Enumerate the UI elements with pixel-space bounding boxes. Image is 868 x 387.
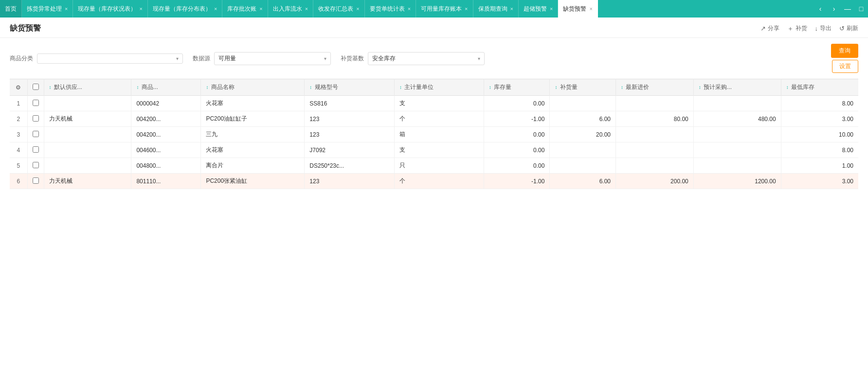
table-row: 1 0000042 火花塞 SS816 支 0.00 8.00 [10, 96, 858, 111]
col-checkbox [27, 79, 44, 96]
tab-overstock-warning[interactable]: 超储预警× [519, 0, 558, 18]
col-settings: ⚙ [10, 79, 27, 96]
tab-receive-summary[interactable]: 收发存汇总表× [313, 0, 364, 18]
replenish-qty-cell: 20.00 [550, 127, 616, 142]
datasource-value: 可用量 [218, 54, 236, 63]
product-name-cell: 三九 [201, 127, 305, 142]
export-button[interactable]: ↓ 导出 [815, 24, 832, 33]
row-checkbox[interactable] [33, 115, 39, 122]
col-product-code: ↕ 商品... [131, 79, 201, 96]
stock-qty-cell: 0.00 [484, 142, 550, 158]
product-name-cell: PC200张紧油缸 [201, 174, 305, 189]
tab-label: 出入库流水 [273, 5, 302, 13]
row-checkbox[interactable] [33, 131, 39, 137]
replenish-qty-cell [550, 158, 616, 174]
replenish-base-filter-group: 补货基数 安全库存 ▾ [341, 52, 485, 65]
tab-prev-button[interactable]: ‹ [814, 0, 827, 18]
table-row: 3 004200... 三九 123 箱 0.00 20.00 10.00 [10, 127, 858, 142]
replenish-button[interactable]: ＋ 补货 [787, 24, 807, 33]
datasource-select[interactable]: 可用量 ▾ [214, 52, 331, 65]
gear-icon[interactable]: ⚙ [16, 84, 21, 91]
sort-min-stock-icon: ↕ [786, 85, 789, 90]
min-stock-cell: 3.00 [781, 174, 858, 189]
tab-expiry-query[interactable]: 保质期查询× [473, 0, 519, 18]
tab-defect-handling[interactable]: 拣货异常处理× [22, 0, 73, 18]
replenish-qty-cell [550, 142, 616, 158]
row-checkbox[interactable] [33, 146, 39, 153]
min-stock-cell: 10.00 [781, 127, 858, 142]
est-purchase-cell: 480.00 [693, 111, 781, 127]
tab-close-icon[interactable]: × [214, 6, 217, 12]
product-name-cell: 火花塞 [201, 142, 305, 158]
spec-cell: J7092 [305, 142, 395, 158]
spec-cell: DS250*23c... [305, 158, 395, 174]
col-stock-qty-label: 库存量 [494, 84, 511, 90]
tab-stock-dist[interactable]: 现存量（库存分布表）× [148, 0, 222, 18]
product-code-cell: 004200... [131, 127, 201, 142]
share-button[interactable]: ↗ 分享 [760, 24, 779, 33]
table-row: 5 004800... 离合片 DS250*23c... 只 0.00 1.00 [10, 158, 858, 174]
supplier-cell: 力天机械 [44, 111, 131, 127]
refresh-button[interactable]: ↺ 刷新 [839, 24, 858, 33]
row-checkbox[interactable] [33, 162, 39, 168]
data-table: ⚙ ↕ 默认供应... ↕ 商品... ↕ 商品名称 [10, 79, 858, 189]
row-checkbox[interactable] [33, 100, 39, 106]
select-all-checkbox[interactable] [33, 84, 39, 90]
tab-label: 超储预警 [524, 5, 547, 13]
col-est-purchase: ↕ 预计采购... [693, 79, 781, 96]
stock-qty-cell: 0.00 [484, 96, 550, 111]
col-unit-label: 主计量单位 [404, 84, 434, 90]
tab-stock-status[interactable]: 现存量（库存状况表）× [73, 0, 147, 18]
page-header: 缺货预警 ↗ 分享 ＋ 补货 ↓ 导出 ↺ 刷新 [0, 18, 868, 38]
filter-bar: 商品分类 ▾ 数据源 可用量 ▾ 补货基数 安全库存 ▾ 查询 设置 [0, 38, 868, 79]
table-body: 1 0000042 火花塞 SS816 支 0.00 8.00 2 力天机械 0… [10, 96, 858, 189]
unit-cell: 只 [394, 158, 484, 174]
tab-label: 现存量（库存分布表） [153, 5, 211, 13]
tab-requisition-stats[interactable]: 要货单统计表× [365, 0, 416, 18]
unit-cell: 个 [394, 111, 484, 127]
tab-batch-account[interactable]: 库存批次账× [222, 0, 268, 18]
product-name-cell: 离合片 [201, 158, 305, 174]
tab-close-icon[interactable]: × [550, 6, 553, 12]
supplier-cell: 力天机械 [44, 174, 131, 189]
tab-close-icon[interactable]: × [139, 6, 142, 12]
tab-close-icon[interactable]: × [65, 6, 68, 12]
replenish-qty-cell: 6.00 [550, 111, 616, 127]
tab-minimize-button[interactable]: — [841, 0, 854, 18]
table-container: ⚙ ↕ 默认供应... ↕ 商品... ↕ 商品名称 [0, 79, 868, 189]
settings-button[interactable]: 设置 [832, 60, 858, 73]
tab-shortage-warning[interactable]: 缺货预警× [558, 0, 597, 18]
replenish-base-value: 安全库存 [372, 54, 396, 63]
replenish-base-chevron-icon: ▾ [478, 56, 480, 61]
product-code-cell: 801110... [131, 174, 201, 189]
est-purchase-cell [693, 142, 781, 158]
tab-label: 可用量库存账本 [421, 5, 462, 13]
tab-home[interactable]: 首页 [0, 0, 22, 18]
row-num-cell: 5 [10, 158, 27, 174]
product-code-cell: 004600... [131, 142, 201, 158]
tab-maximize-button[interactable]: □ [854, 0, 868, 18]
row-checkbox[interactable] [33, 177, 39, 184]
tab-close-icon[interactable]: × [465, 6, 468, 12]
tab-close-icon[interactable]: × [259, 6, 262, 12]
tab-close-icon[interactable]: × [305, 6, 308, 12]
tab-close-icon[interactable]: × [408, 6, 411, 12]
category-select[interactable]: ▾ [37, 53, 183, 64]
tab-close-icon[interactable]: × [356, 6, 359, 12]
replenish-label: 补货 [796, 24, 807, 33]
export-label: 导出 [820, 24, 832, 33]
stock-qty-cell: 0.00 [484, 158, 550, 174]
datasource-chevron-icon: ▾ [324, 56, 326, 61]
tab-close-icon[interactable]: × [589, 6, 592, 12]
sort-spec-icon: ↕ [309, 85, 312, 90]
tab-inout-flow[interactable]: 出入库流水× [268, 0, 313, 18]
tab-close-icon[interactable]: × [510, 6, 513, 12]
tab-label: 收发存汇总表 [318, 5, 353, 13]
page-content: 缺货预警 ↗ 分享 ＋ 补货 ↓ 导出 ↺ 刷新 商品分类 [0, 18, 868, 387]
tab-next-button[interactable]: › [827, 0, 841, 18]
query-button[interactable]: 查询 [831, 44, 858, 58]
replenish-base-select[interactable]: 安全库存 ▾ [368, 52, 485, 65]
tab-available-ledger[interactable]: 可用量库存账本× [416, 0, 473, 18]
tab-label: 缺货预警 [563, 5, 586, 13]
table-row: 2 力天机械 004200... PC200油缸缸子 123 个 -1.00 6… [10, 111, 858, 127]
